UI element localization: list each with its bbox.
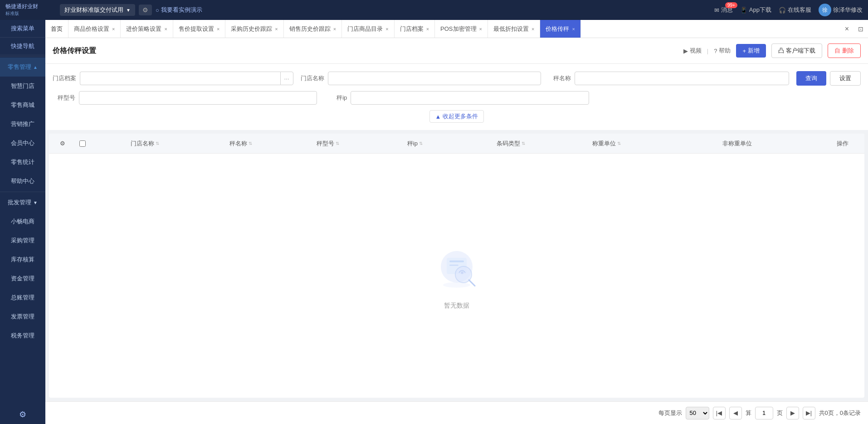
tab-store-archive-close-icon[interactable]: × xyxy=(426,26,429,32)
collapse-arrow-icon: ▲ xyxy=(435,113,441,120)
store-archive-dots-button[interactable]: ··· xyxy=(280,72,293,85)
sort-scale-model-icon[interactable]: ⇅ xyxy=(336,141,339,146)
th-checkbox[interactable] xyxy=(73,140,93,147)
tab-product-price[interactable]: 商品价格设置 × xyxy=(68,20,121,38)
sort-weight-unit-icon[interactable]: ⇅ xyxy=(617,141,621,146)
page-number-input[interactable] xyxy=(755,407,773,419)
retail-management-label: 零售管理 xyxy=(8,63,31,71)
scale-model-input[interactable] xyxy=(79,91,317,105)
query-button[interactable]: 查询 xyxy=(796,71,826,86)
tab-home[interactable]: 首页 xyxy=(45,20,68,38)
tab-window-max-button[interactable]: ⊡ xyxy=(853,25,868,33)
sidebar-item-retail-stats[interactable]: 零售统计 xyxy=(0,153,45,172)
tab-min-discount[interactable]: 最低折扣设置 × xyxy=(488,20,540,38)
app-download-icon: 📱 xyxy=(740,7,747,14)
store-archive-input[interactable] xyxy=(80,72,280,85)
sidebar-settings-bottom[interactable]: ⚙ xyxy=(0,405,45,424)
tab-sale-extract-close-icon[interactable]: × xyxy=(217,26,219,32)
sort-barcode-type-icon[interactable]: ⇅ xyxy=(522,141,525,146)
set-button[interactable]: 设置 xyxy=(830,71,861,86)
tab-sale-history[interactable]: 销售历史价跟踪 × xyxy=(284,20,342,38)
sidebar-item-wholesale[interactable]: 批发管理 ▼ xyxy=(0,193,45,212)
sidebar-item-retail-management[interactable]: 零售管理 ▲ xyxy=(0,58,45,77)
th-scale-name-label: 秤名称 xyxy=(229,140,247,148)
sort-store-name-icon[interactable]: ⇅ xyxy=(156,141,159,146)
tab-store-catalog-close-icon[interactable]: × xyxy=(385,26,388,32)
next-page-button[interactable]: ▶ xyxy=(786,407,799,419)
add-new-button[interactable]: + 新增 xyxy=(736,44,766,58)
logo-version: 标准版 xyxy=(5,10,38,17)
page-header-actions: ▶ 视频 | ? 帮助 + 新增 凸 xyxy=(683,43,861,58)
tab-sale-history-close-icon[interactable]: × xyxy=(333,26,336,32)
smart-store-label: 智慧门店 xyxy=(11,82,34,90)
sidebar-quick-nav[interactable]: 快捷导航 xyxy=(0,38,45,55)
top-bar-logo-area: 畅捷通好业财 标准版 xyxy=(5,3,51,17)
delete-button[interactable]: 自 删除 xyxy=(828,43,861,58)
tab-purchase-strategy-close-icon[interactable]: × xyxy=(164,26,167,32)
client-download-button[interactable]: 凸 客户端下载 xyxy=(771,43,822,58)
video-link[interactable]: ▶ 视频 xyxy=(683,47,702,55)
help-link[interactable]: ? 帮助 xyxy=(714,47,731,55)
notifications-button[interactable]: ✉ 消息 99+ xyxy=(714,6,733,14)
table-container: ⚙ 门店名称 ⇅ 秤名称 ⇅ xyxy=(49,134,864,398)
tab-price-scale-close-icon[interactable]: × xyxy=(572,26,575,32)
sidebar-item-smart-store[interactable]: 智慧门店 xyxy=(0,77,45,96)
tab-purchase-history[interactable]: 采购历史价跟踪 × xyxy=(225,20,283,38)
sidebar-item-retail-mall[interactable]: 零售商城 xyxy=(0,96,45,115)
sidebar-item-general-ledger[interactable]: 总账管理 xyxy=(0,288,45,307)
th-settings[interactable]: ⚙ xyxy=(53,140,73,147)
tab-purchase-history-close-icon[interactable]: × xyxy=(275,26,278,32)
procurement-label: 采购管理 xyxy=(11,236,34,245)
header-divider: | xyxy=(707,48,708,54)
tab-home-label: 首页 xyxy=(51,25,63,33)
th-non-weight-unit-label: 非称重单位 xyxy=(722,140,752,148)
per-page-select[interactable]: 50 100 200 xyxy=(686,407,709,419)
app-download-button[interactable]: 📱 App下载 xyxy=(740,6,771,14)
demo-link[interactable]: ○ 我要看实例演示 xyxy=(156,6,202,14)
sort-scale-name-icon[interactable]: ⇅ xyxy=(249,141,252,146)
th-scale-model-label: 秤型号 xyxy=(317,140,334,148)
sidebar-item-finance[interactable]: 资金管理 xyxy=(0,269,45,288)
sidebar-item-marketing[interactable]: 营销推广 xyxy=(0,115,45,134)
prev-page-button[interactable]: ◀ xyxy=(729,407,742,419)
tab-pos-management[interactable]: POS加密管理 × xyxy=(435,20,488,38)
download-icon: 凸 xyxy=(778,47,784,55)
tab-price-scale[interactable]: 价格传秤 × xyxy=(540,20,580,38)
th-weight-unit: 称重单位 ⇅ xyxy=(563,140,650,148)
tab-product-price-close-icon[interactable]: × xyxy=(112,26,115,32)
tab-purchase-strategy[interactable]: 进价策略设置 × xyxy=(121,20,173,38)
filter-row-1: 门店档案 ··· 门店名称 秤名称 xyxy=(53,71,861,86)
tab-min-discount-close-icon[interactable]: × xyxy=(532,26,534,32)
select-all-checkbox[interactable] xyxy=(79,140,86,147)
general-ledger-label: 总账管理 xyxy=(11,294,34,302)
sidebar-item-tax[interactable]: 税务管理 xyxy=(0,326,45,345)
scale-ip-input[interactable] xyxy=(351,91,589,105)
online-service-button[interactable]: 🎧 在线客服 xyxy=(779,6,811,14)
workspace-selector[interactable]: 好业财标准版交付试用 ▼ xyxy=(60,4,135,16)
last-page-button[interactable]: ▶| xyxy=(803,407,815,419)
sidebar-item-procurement[interactable]: 采购管理 xyxy=(0,231,45,250)
scale-name-label: 秤名称 xyxy=(548,74,571,82)
sidebar-item-inventory[interactable]: 库存核算 xyxy=(0,250,45,269)
table-empty-state: 暂无数据 xyxy=(49,154,864,398)
user-avatar: 徐 xyxy=(819,4,831,16)
collapse-button[interactable]: ▲ 收起更多条件 xyxy=(429,110,484,123)
scale-name-input[interactable] xyxy=(575,72,789,85)
tab-store-catalog[interactable]: 门店商品目录 × xyxy=(342,20,394,38)
sort-scale-ip-icon[interactable]: ⇅ xyxy=(419,141,423,146)
store-name-input[interactable] xyxy=(328,72,541,85)
sidebar-item-help-center[interactable]: 帮助中心 xyxy=(0,172,45,191)
tab-store-archive[interactable]: 门店档案 × xyxy=(395,20,435,38)
user-profile-button[interactable]: 徐 徐泽华修改 xyxy=(819,4,863,16)
notification-badge: 99+ xyxy=(725,2,737,8)
sidebar-item-invoice[interactable]: 发票管理 xyxy=(0,307,45,326)
first-page-button[interactable]: |◀ xyxy=(713,407,726,419)
settings-gear-button[interactable]: ⚙ xyxy=(139,5,152,15)
sidebar-search[interactable]: 搜索菜单 xyxy=(0,20,45,38)
workspace-arrow-icon: ▼ xyxy=(126,8,131,13)
sidebar-item-xiaochangec[interactable]: 小畅电商 xyxy=(0,212,45,231)
sidebar-item-member-center[interactable]: 会员中心 xyxy=(0,134,45,153)
tab-sale-extract[interactable]: 售价提取设置 × xyxy=(173,20,225,38)
tab-window-close-button[interactable]: × xyxy=(840,25,853,33)
tab-pos-management-close-icon[interactable]: × xyxy=(479,26,482,32)
